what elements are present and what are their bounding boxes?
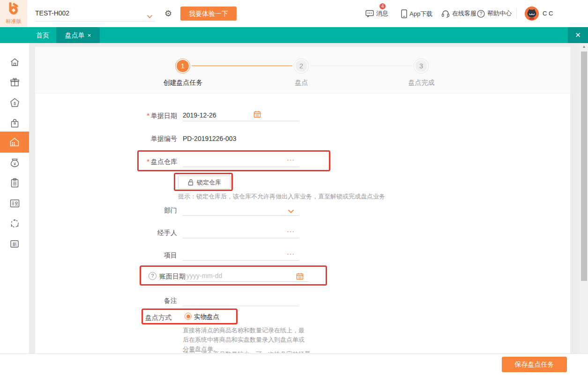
help-center-menu[interactable]: ? 帮助中心 bbox=[477, 9, 512, 18]
warehouse-picker-ellipsis[interactable]: ··· bbox=[287, 157, 295, 163]
sidebar-item-purchase[interactable] bbox=[0, 113, 29, 133]
sidebar-item-orders[interactable] bbox=[0, 172, 29, 193]
trial-cta-button[interactable]: 我要体验一下 bbox=[180, 7, 237, 21]
save-stocktaking-task-button[interactable]: 保存盘点任务 bbox=[502, 357, 567, 372]
app-download-label: App下载 bbox=[409, 10, 432, 18]
remark-input[interactable] bbox=[183, 295, 299, 305]
lock-warehouse-hint: 提示：锁定仓库后，该仓库不允许再做出入库业务，直至解锁或完成盘点业务 bbox=[178, 192, 385, 201]
scrollbar-track[interactable]: ▲ bbox=[580, 43, 588, 353]
sidebar-item-home[interactable] bbox=[0, 52, 29, 73]
physical-count-option-label[interactable]: 实物盘点 bbox=[194, 313, 219, 321]
step-2-circle: 2 bbox=[294, 59, 308, 73]
contact-card-icon bbox=[10, 199, 20, 208]
tab-stocktaking-active[interactable]: 盘点单× bbox=[56, 27, 100, 43]
step-1-circle: 1 bbox=[176, 59, 190, 73]
handler-picker-ellipsis[interactable]: ··· bbox=[287, 229, 295, 235]
bill-no-label: 单据编号 bbox=[134, 135, 177, 143]
top-bar: 标准版 TEST-H002 ⚙ 我要体验一下 消息 4 App下载 bbox=[0, 0, 588, 27]
step-1-label: 创建盘点任务 bbox=[163, 79, 203, 87]
lock-warehouse-label: 锁定仓库 bbox=[197, 178, 221, 187]
yen-glyph: ¥ bbox=[13, 161, 16, 166]
user-avatar[interactable] bbox=[525, 7, 539, 21]
messages-label: 消息 bbox=[376, 9, 388, 18]
message-bubble-icon bbox=[365, 10, 374, 17]
method-desc-line-1: 直接将清点的商品名称和数量记录在纸上，最 bbox=[183, 326, 314, 335]
department-field[interactable] bbox=[183, 205, 299, 216]
share-network-icon bbox=[10, 219, 20, 228]
warehouse-field[interactable] bbox=[183, 156, 299, 167]
bill-date-label: *单据日期 bbox=[134, 112, 177, 120]
app-download-menu[interactable]: App下载 bbox=[401, 9, 432, 18]
project-input[interactable] bbox=[183, 250, 299, 260]
padlock-open-icon bbox=[187, 179, 194, 186]
step-2-label: 盘点 bbox=[288, 79, 315, 87]
bill-date-field[interactable] bbox=[183, 110, 299, 121]
calendar-icon[interactable] bbox=[253, 110, 261, 120]
scrollbar-thumb[interactable] bbox=[581, 51, 587, 281]
physical-count-radio[interactable] bbox=[185, 313, 192, 320]
user-name[interactable]: C C bbox=[543, 10, 553, 17]
brand-logo-icon bbox=[7, 2, 20, 15]
book-date-input[interactable] bbox=[186, 271, 308, 281]
step-line-2-3 bbox=[310, 66, 412, 66]
sidebar-item-warehouse-active[interactable] bbox=[0, 132, 29, 153]
lock-warehouse-button[interactable]: 锁定仓库 bbox=[178, 176, 231, 189]
shopping-bag-icon bbox=[10, 118, 20, 128]
smartphone-icon bbox=[401, 9, 407, 18]
sidebar-item-finance[interactable]: ¥ bbox=[0, 152, 29, 173]
book-date-label: 账面日期 bbox=[159, 272, 187, 281]
panel-close-icon[interactable]: ✕ bbox=[568, 27, 588, 43]
chevron-down-icon bbox=[147, 13, 153, 20]
book-date-field[interactable] bbox=[186, 271, 308, 282]
handler-input[interactable] bbox=[183, 227, 299, 237]
sidebar-nav: $ ¥ bbox=[0, 27, 29, 375]
method-desc-truncated-line: 适用：适合商品数量较少、可一次性盘完的场景 bbox=[183, 350, 314, 353]
mascot-avatar-icon bbox=[525, 7, 539, 21]
sidebar-item-contacts[interactable] bbox=[0, 193, 29, 213]
project-label: 项目 bbox=[134, 251, 177, 260]
handler-field[interactable] bbox=[183, 227, 299, 238]
sidebar-item-new[interactable]: 新 bbox=[0, 234, 29, 254]
clipboard-icon bbox=[10, 178, 19, 188]
remark-field[interactable] bbox=[183, 295, 299, 306]
money-bag-icon: ¥ bbox=[10, 158, 20, 168]
tab-home[interactable]: 首页 bbox=[29, 27, 56, 43]
handler-label: 经手人 bbox=[134, 229, 177, 237]
warehouse-input[interactable] bbox=[183, 156, 299, 166]
tab-bar: 首页 盘点单× ✕ bbox=[0, 27, 588, 43]
edition-label: 标准版 bbox=[0, 18, 27, 25]
department-label: 部门 bbox=[134, 206, 177, 215]
new-glyph: 新 bbox=[12, 242, 17, 247]
sidebar-item-gift[interactable] bbox=[0, 72, 29, 93]
messages-menu[interactable]: 消息 bbox=[365, 9, 388, 18]
method-desc-line-2: 后在系统中将商品和实盘数量录入到盘点单或 bbox=[183, 336, 314, 344]
warehouse-icon bbox=[9, 137, 20, 147]
book-date-calendar-icon[interactable] bbox=[296, 272, 304, 282]
app-logo[interactable]: 标准版 bbox=[0, 0, 27, 27]
sales-house-icon: $ bbox=[10, 98, 20, 108]
messages-badge: 4 bbox=[379, 2, 387, 10]
scrollbar-up-arrow-icon[interactable]: ▲ bbox=[580, 44, 588, 50]
account-value: TEST-H002 bbox=[35, 9, 69, 17]
department-chevron-down-icon[interactable] bbox=[288, 207, 294, 215]
headset-icon bbox=[441, 10, 450, 18]
required-mark: * bbox=[147, 158, 149, 165]
book-date-help-icon[interactable]: ? bbox=[149, 272, 156, 280]
project-picker-ellipsis[interactable]: ··· bbox=[287, 251, 295, 257]
account-selector[interactable]: TEST-H002 bbox=[35, 9, 155, 22]
dollar-glyph: $ bbox=[13, 101, 15, 105]
tab-close-icon[interactable]: × bbox=[88, 32, 91, 39]
svg-text:?: ? bbox=[480, 11, 483, 16]
home-icon bbox=[10, 58, 20, 67]
bill-date-input[interactable] bbox=[183, 110, 299, 120]
warehouse-label: *盘点仓库 bbox=[134, 158, 177, 166]
online-service-label: 在线客服 bbox=[452, 9, 476, 18]
online-service-menu[interactable]: 在线客服 bbox=[441, 9, 476, 18]
new-module-icon: 新 bbox=[10, 239, 19, 249]
sidebar-item-share[interactable] bbox=[0, 213, 29, 234]
settings-gear-icon[interactable]: ⚙ bbox=[164, 9, 173, 18]
project-field[interactable] bbox=[183, 250, 299, 261]
step-line-1-2 bbox=[192, 66, 292, 66]
sidebar-item-sales[interactable]: $ bbox=[0, 92, 29, 113]
department-input[interactable] bbox=[183, 205, 299, 215]
